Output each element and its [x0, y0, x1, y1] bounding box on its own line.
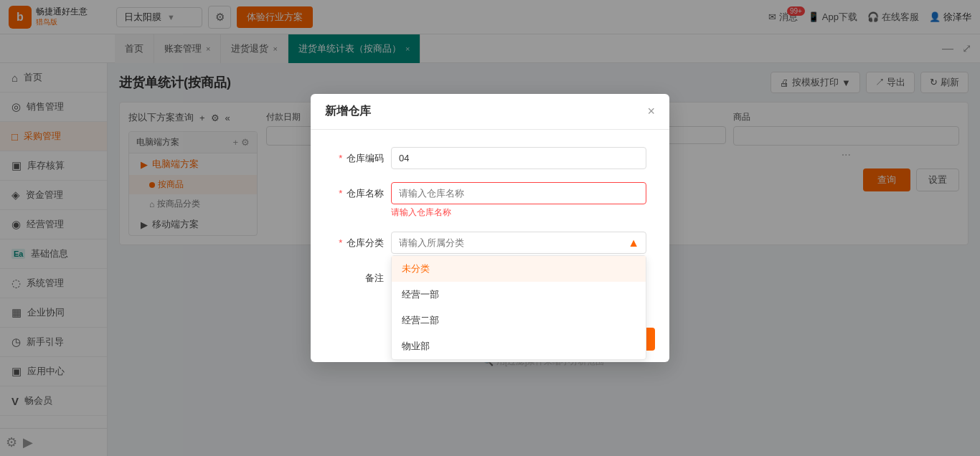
dropdown-item-property[interactable]: 物业部 [392, 333, 646, 359]
category-input-wrap: ▲ 未分类 经营一部 经营二部 物业部 [391, 232, 646, 254]
modal-body: * 仓库编码 * 仓库名称 请输入仓库名称 [311, 130, 669, 319]
form-row-code: * 仓库编码 [334, 147, 646, 169]
category-input[interactable] [391, 232, 646, 254]
modal-header: 新增仓库 × [311, 94, 669, 130]
modal-add-warehouse: 新增仓库 × * 仓库编码 * 仓库名称 [311, 94, 669, 362]
modal-title: 新增仓库 [325, 104, 371, 119]
name-input[interactable] [391, 182, 646, 204]
code-input-wrap [391, 147, 646, 169]
code-label: * 仓库编码 [334, 147, 391, 165]
category-dropdown: 未分类 经营一部 经营二部 物业部 [391, 255, 646, 360]
name-input-wrap: 请输入仓库名称 [391, 182, 646, 219]
form-row-name: * 仓库名称 请输入仓库名称 [334, 182, 646, 219]
category-expand-icon[interactable]: ▲ [628, 237, 639, 250]
name-error-msg: 请输入仓库名称 [391, 206, 646, 219]
modal-overlay: 新增仓库 × * 仓库编码 * 仓库名称 [0, 0, 980, 456]
category-label: * 仓库分类 [334, 232, 391, 250]
dropdown-item-dept2[interactable]: 经营二部 [392, 308, 646, 333]
code-input[interactable] [391, 147, 646, 169]
category-field-container: ▲ [391, 232, 646, 254]
dropdown-item-dept1[interactable]: 经营一部 [392, 282, 646, 308]
remark-label: 备注 [334, 267, 391, 285]
name-label: * 仓库名称 [334, 182, 391, 200]
modal-close-button[interactable]: × [647, 104, 655, 119]
dropdown-item-unclassified[interactable]: 未分类 [392, 256, 646, 282]
form-row-category: * 仓库分类 ▲ 未分类 经营一部 经营二部 物业部 [334, 232, 646, 254]
